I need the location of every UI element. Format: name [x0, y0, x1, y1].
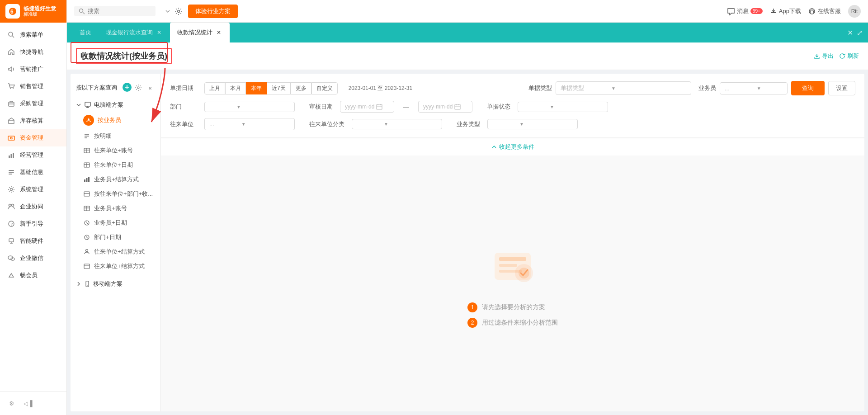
scheme-item-detail[interactable]: 按明细	[71, 129, 160, 143]
scheme-actions: + «	[123, 83, 155, 93]
sidebar-item-hardware[interactable]: 智能硬件	[0, 232, 66, 250]
sidebar-item-purchase[interactable]: 采购管理	[0, 95, 66, 112]
query-btn[interactable]: 查询	[791, 81, 825, 95]
review-to-placeholder: yyyy-mm-dd	[423, 104, 453, 110]
svg-rect-44	[84, 206, 90, 211]
sidebar-item-sales[interactable]: 销售管理	[0, 78, 66, 95]
scheme-item-partner-settlement-2[interactable]: 往来单位+结算方式	[71, 259, 160, 274]
hardware-icon	[7, 237, 15, 245]
custom-date-btn[interactable]: 自定义	[311, 82, 338, 94]
svg-line-3	[12, 36, 14, 38]
online-service-btn[interactable]: 在线客服	[808, 7, 841, 15]
collapse-scheme-btn[interactable]: «	[145, 83, 155, 93]
svg-point-53	[87, 285, 88, 286]
svg-rect-16	[9, 174, 12, 174]
collapse-sidebar-btn[interactable]: ◁▐	[22, 397, 34, 410]
scheme-item-salesman-date[interactable]: 业务员+日期	[71, 216, 160, 230]
sidebar-item-operations[interactable]: 经营管理	[0, 146, 66, 164]
sidebar-item-member[interactable]: 畅会员	[0, 267, 66, 284]
scheme-item-partner-dept[interactable]: 按往来单位+部门+收...	[71, 187, 160, 201]
svg-line-26	[83, 12, 85, 14]
svg-rect-41	[88, 177, 90, 182]
topbar-search-input[interactable]	[88, 8, 142, 14]
more-date-btn[interactable]: 更多	[291, 82, 311, 94]
filter-settings-btn[interactable]: 设置	[828, 81, 855, 95]
tab-cash-flow-close[interactable]: ✕	[156, 29, 163, 36]
biz-type-label: 业务类型	[457, 120, 480, 128]
svg-point-25	[80, 9, 83, 12]
money-icon	[7, 134, 15, 142]
scheme-item-partner-date[interactable]: 往来单位+日期	[71, 158, 160, 172]
close-window-icon[interactable]: ✕	[847, 28, 853, 37]
sidebar-label: 资金管理	[20, 134, 43, 142]
sidebar-label: 企业协同	[20, 203, 43, 211]
topbar-right: 消息 99+ App下载 在线客服 Rit	[727, 5, 861, 18]
user-avatar[interactable]: Rit	[848, 5, 861, 18]
scheme-item-label: 业务员+日期	[94, 219, 127, 227]
filter-row-2: 部门 ▼ 审核日期 yyyy-mm-dd — yyyy-mm-dd	[170, 101, 855, 113]
svg-rect-15	[9, 172, 14, 173]
mobile-scheme-group-header[interactable]: 移动端方案	[71, 277, 160, 291]
doc-status-select[interactable]: ▼	[518, 102, 608, 112]
sidebar-item-inventory[interactable]: 库存核算	[0, 112, 66, 129]
pc-scheme-group-header[interactable]: 电脑端方案	[71, 98, 160, 112]
scheme-item-partner-account[interactable]: 往来单位+账号	[71, 143, 160, 158]
export-btn[interactable]: 导出	[814, 52, 834, 60]
collapse-bar[interactable]: 收起更多条件	[161, 138, 864, 156]
dept-select[interactable]: ▼	[204, 102, 295, 112]
topbar: 体验行业方案 消息 99+ App下载 在线客服 Rit	[67, 0, 868, 23]
svg-rect-54	[377, 104, 382, 109]
tab-home[interactable]: 首页	[72, 23, 99, 42]
partner-select[interactable]: ... ▼	[204, 118, 295, 130]
sidebar-item-guide[interactable]: ? 新手引导	[0, 215, 66, 232]
message-btn[interactable]: 消息 99+	[727, 7, 763, 15]
scheme-item-salesman-account[interactable]: 业务员+账号	[71, 201, 160, 216]
review-date-to[interactable]: yyyy-mm-dd	[418, 101, 472, 113]
scheme-item-dept-date[interactable]: 部门+日期	[71, 230, 160, 245]
maximize-icon[interactable]: ⤢	[857, 28, 863, 37]
scheme-settings-btn[interactable]	[133, 83, 143, 93]
table-icon-1	[83, 147, 90, 154]
sidebar-footer: ⚙ ◁▐	[0, 391, 66, 415]
sidebar-item-finance[interactable]: 资金管理	[0, 129, 66, 146]
sidebar: 6 畅捷通好生意 标准版 搜索菜单 快捷导航 营销推广	[0, 0, 67, 415]
this-month-btn[interactable]: 本月	[225, 82, 246, 94]
sidebar-item-wechat[interactable]: 企业微信	[0, 250, 66, 267]
tab-cash-flow[interactable]: 现金银行流水查询 ✕	[99, 23, 170, 42]
biz-type-select[interactable]: ▼	[487, 119, 578, 129]
filter-result-panel: 单据日期 上月 本月 本年 近7天 更多 自定义 2023-01-01 至 20…	[161, 74, 864, 411]
tab-collection-stats[interactable]: 收款情况统计 ✕	[170, 23, 230, 42]
doc-type-select[interactable]: 单据类型 ▼	[556, 81, 691, 95]
sidebar-item-collab[interactable]: 企业协同	[0, 198, 66, 215]
solution-btn[interactable]: 体验行业方案	[188, 5, 238, 18]
review-date-from[interactable]: yyyy-mm-dd	[340, 101, 394, 113]
tab-collection-stats-close[interactable]: ✕	[215, 29, 222, 36]
sidebar-label: 基础信息	[20, 168, 43, 176]
salesman-select[interactable]: ... ▼	[720, 82, 788, 94]
this-year-btn[interactable]: 本年	[246, 82, 267, 94]
scheme-item-label: 往来单位+日期	[94, 161, 133, 169]
app-download-btn[interactable]: App下载	[770, 7, 801, 15]
partner-category-select[interactable]: ▼	[352, 119, 442, 129]
svg-point-29	[809, 9, 815, 14]
sidebar-item-marketing[interactable]: 营销推广	[0, 61, 66, 78]
scheme-item-salesman-settlement[interactable]: 业务员+结算方式	[71, 172, 160, 187]
last-7days-btn[interactable]: 近7天	[267, 82, 291, 94]
sidebar-item-basics[interactable]: 基础信息	[0, 164, 66, 181]
refresh-btn[interactable]: 刷新	[839, 52, 859, 60]
sidebar-item-search[interactable]: 搜索菜单	[0, 26, 66, 43]
sidebar-item-quicknav[interactable]: 快捷导航	[0, 43, 66, 61]
scheme-item-by-salesman[interactable]: 按业务员	[71, 112, 160, 129]
page-actions: 导出 刷新	[814, 52, 859, 60]
refresh-icon	[839, 53, 845, 59]
scheme-item-partner-settlement-1[interactable]: 往来单位+结算方式	[71, 245, 160, 259]
scheme-header-label: 按以下方案查询	[76, 84, 117, 92]
scheme-item-label: 往来单位+结算方式	[94, 248, 145, 256]
table-icon-3	[83, 190, 90, 198]
add-scheme-btn[interactable]: +	[123, 83, 132, 92]
sidebar-item-system[interactable]: 系统管理	[0, 181, 66, 198]
topbar-search-box[interactable]	[74, 6, 156, 16]
topbar-gear-icon[interactable]	[175, 7, 183, 15]
settings-footer-btn[interactable]: ⚙	[5, 397, 18, 410]
last-month-btn[interactable]: 上月	[204, 82, 225, 94]
